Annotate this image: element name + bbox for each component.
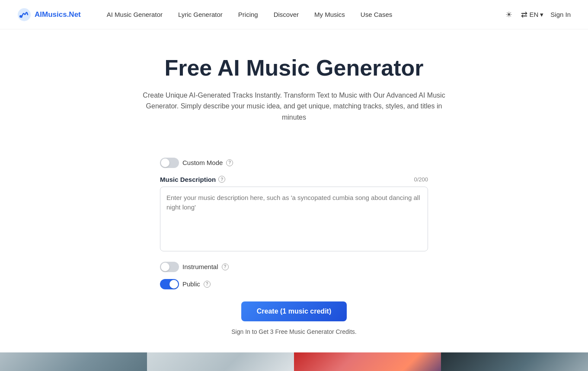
custom-mode-help-icon[interactable]: ? (226, 159, 233, 166)
logo-text: AIMusics.Net (35, 10, 81, 19)
hero-title: Free AI Music Generator (17, 55, 571, 81)
char-counter: 0/200 (414, 176, 428, 183)
image-card-2 (147, 352, 294, 371)
instrumental-toggle[interactable] (160, 262, 179, 272)
nav-link-my-musics[interactable]: My Musics (314, 11, 345, 18)
theme-toggle-button[interactable]: ☀ (504, 8, 514, 21)
navigation: AIMusics.Net AI Music Generator Lyric Ge… (0, 0, 588, 29)
image-card-1 (0, 352, 147, 371)
image-card-4 (441, 352, 588, 371)
sign-in-button[interactable]: Sign In (550, 11, 571, 18)
generator-form: Custom Mode ? Music Description ? 0/200 … (151, 158, 437, 335)
image-placeholder-3 (294, 352, 441, 371)
image-placeholder-1 (0, 352, 147, 371)
create-button[interactable]: Create (1 music credit) (241, 301, 347, 321)
custom-mode-label: Custom Mode (182, 159, 223, 166)
sun-icon: ☀ (505, 10, 512, 19)
music-description-help-icon[interactable]: ? (218, 176, 225, 183)
custom-mode-row: Custom Mode ? (160, 158, 428, 168)
nav-link-lyric[interactable]: Lyric Generator (178, 11, 223, 18)
image-card-3 (294, 352, 441, 371)
lang-label: EN (529, 11, 538, 18)
toggle-thumb-public (169, 280, 178, 289)
public-toggle[interactable] (160, 279, 179, 289)
chevron-down-icon: ▾ (540, 11, 543, 19)
music-description-label: Music Description (160, 176, 216, 183)
language-selector[interactable]: ⇄ EN ▾ (521, 10, 543, 19)
credits-text: Sign In to Get 3 Free Music Generator Cr… (160, 328, 428, 335)
public-row: Public ? (160, 279, 428, 289)
image-placeholder-4 (441, 352, 588, 371)
svg-point-1 (19, 15, 22, 18)
instrumental-row: Instrumental ? (160, 262, 428, 272)
hero-section: Free AI Music Generator Create Unique AI… (0, 29, 588, 140)
custom-mode-toggle[interactable] (160, 158, 179, 168)
image-strip (0, 352, 588, 371)
public-help-icon[interactable]: ? (204, 281, 211, 288)
music-description-header: Music Description ? 0/200 (160, 176, 428, 183)
instrumental-label: Instrumental (182, 263, 218, 270)
instrumental-help-icon[interactable]: ? (222, 263, 229, 270)
nav-links: AI Music Generator Lyric Generator Prici… (107, 11, 504, 18)
nav-right: ☀ ⇄ EN ▾ Sign In (504, 8, 571, 21)
public-label: Public (182, 280, 200, 288)
nav-link-use-cases[interactable]: Use Cases (361, 11, 392, 18)
image-placeholder-2 (147, 352, 294, 371)
site-logo[interactable]: AIMusics.Net (17, 8, 81, 22)
nav-link-pricing[interactable]: Pricing (238, 11, 258, 18)
toggle-thumb-instrumental (161, 263, 169, 271)
translate-icon: ⇄ (521, 10, 527, 19)
music-description-input[interactable] (160, 187, 428, 251)
nav-link-discover[interactable]: Discover (274, 11, 299, 18)
music-description-label-row: Music Description ? (160, 176, 225, 183)
nav-link-ai-music[interactable]: AI Music Generator (107, 11, 163, 18)
toggle-thumb (161, 159, 169, 167)
hero-subtitle: Create Unique AI-Generated Tracks Instan… (143, 90, 445, 123)
